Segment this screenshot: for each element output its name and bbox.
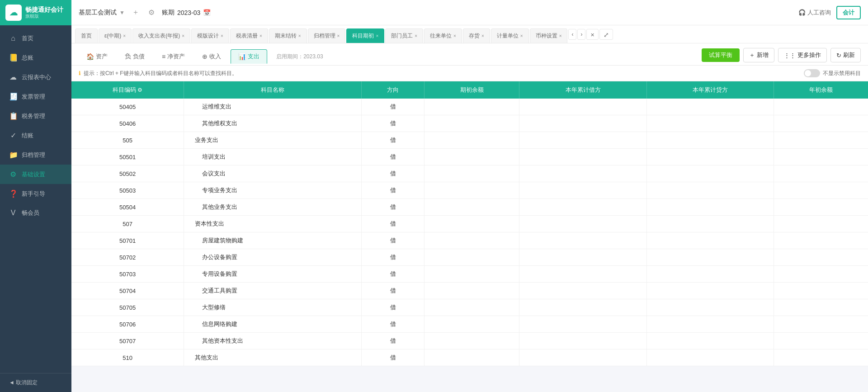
- disable-toggle[interactable]: 不显示禁用科目: [804, 69, 861, 77]
- cell-init-balance: [425, 333, 519, 349]
- cell-init-balance: [425, 149, 519, 165]
- tab-close-icon[interactable]: ×: [298, 33, 301, 38]
- tab-currency[interactable]: 币种设置 ×: [530, 28, 568, 43]
- sidebar-item-close[interactable]: ✓ 结账: [0, 126, 71, 145]
- table-row[interactable]: 50501 培训支出 借: [71, 149, 868, 165]
- table-row[interactable]: 50703 专用设备购置 借: [71, 266, 868, 283]
- tab-close-icon[interactable]: ×: [123, 33, 126, 38]
- company-settings-button[interactable]: ⚙: [146, 6, 156, 19]
- refresh-button[interactable]: ↻ 刷新: [830, 48, 861, 62]
- tab-close-icon[interactable]: ×: [259, 33, 262, 38]
- sidebar-item-guide[interactable]: ❓ 新手引导: [0, 184, 71, 203]
- cell-ytd-debit: [519, 199, 646, 216]
- sidebar-item-tax[interactable]: 📋 税务管理: [0, 106, 71, 126]
- sub-tab-net-asset[interactable]: ≡ 净资产: [154, 49, 193, 64]
- cell-ytd-credit: [646, 182, 774, 199]
- tab-close-icon[interactable]: ×: [453, 33, 456, 38]
- topbar: 基层工会测试 ▼ ＋ ⚙ 账期 2023-03 📅 🎧 人工咨询 会计: [71, 0, 868, 25]
- table-row[interactable]: 507 资本性支出 借: [71, 216, 868, 232]
- cell-ytd-debit: [519, 232, 646, 249]
- table-row[interactable]: 50504 其他业务支出 借: [71, 199, 868, 216]
- more-button[interactable]: ⋮⋮ 更多操作: [778, 48, 827, 62]
- table-row[interactable]: 50705 大型修缮 借: [71, 299, 868, 316]
- sub-tab-liability[interactable]: 负 负债: [117, 49, 152, 64]
- sidebar-item-home[interactable]: ⌂ 首页: [0, 29, 71, 48]
- tab-subject-init[interactable]: 科目期初 ×: [346, 28, 384, 43]
- cell-ytd-credit: [646, 216, 774, 232]
- refresh-label: 刷新: [843, 51, 855, 59]
- cell-name: 其他支出: [184, 349, 362, 366]
- column-settings-icon[interactable]: ⚙: [137, 87, 142, 93]
- tabs-prev-button[interactable]: ‹: [568, 29, 576, 40]
- cell-ytd-debit: [519, 316, 646, 333]
- cell-code: 50504: [71, 199, 184, 216]
- table-row[interactable]: 50406 其他维权支出 借: [71, 115, 868, 132]
- sidebar-item-cloud-report[interactable]: ☁ 云报表中心: [0, 67, 71, 87]
- cell-code: 50703: [71, 266, 184, 283]
- help-button[interactable]: 🎧 人工咨询: [798, 9, 831, 17]
- sidebar-item-label: 税务管理: [22, 112, 45, 120]
- cell-code: 50405: [71, 99, 184, 115]
- sidebar-item-settings[interactable]: ⚙ 基础设置: [0, 165, 71, 184]
- calendar-icon[interactable]: 📅: [203, 9, 211, 16]
- tab-close-icon[interactable]: ×: [376, 33, 378, 38]
- tab-close-icon[interactable]: ×: [481, 33, 484, 38]
- add-company-button[interactable]: ＋: [130, 6, 141, 19]
- table-row[interactable]: 510 其他支出 借: [71, 349, 868, 366]
- sidebar-item-label: 首页: [22, 34, 33, 43]
- tab-interim[interactable]: ε(中期) ×: [99, 28, 132, 43]
- toggle-switch-control[interactable]: [804, 69, 820, 77]
- sub-tab-income[interactable]: ⊕ 收入: [194, 49, 229, 64]
- table-row[interactable]: 50707 其他资本性支出 借: [71, 333, 868, 349]
- add-button[interactable]: ＋ 新增: [743, 48, 774, 62]
- tab-archive[interactable]: 归档管理 ×: [308, 28, 346, 43]
- user-role-button[interactable]: 会计: [836, 6, 861, 19]
- tab-annual-report[interactable]: 收入支出表(年报) ×: [132, 28, 190, 43]
- cell-code: 50501: [71, 149, 184, 165]
- tab-tax-table[interactable]: 税表清册 ×: [230, 28, 268, 43]
- sidebar-item-member[interactable]: V 畅会员: [0, 203, 71, 222]
- table-row[interactable]: 50405 运维维支出 借: [71, 99, 868, 115]
- tab-inventory[interactable]: 存货 ×: [463, 28, 490, 43]
- tab-department[interactable]: 部门员工 ×: [385, 28, 423, 43]
- company-selector[interactable]: 基层工会测试 ▼: [79, 9, 125, 17]
- table-row[interactable]: 50503 专项业务支出 借: [71, 182, 868, 199]
- tabs-close-all-button[interactable]: ×: [586, 29, 598, 40]
- table-container[interactable]: 科目编码 ⚙ 科目名称 方向 期初余额 本年累计借方 本年累计贷方 年初余额 5…: [71, 81, 868, 392]
- table-row[interactable]: 505 业务支出 借: [71, 132, 868, 149]
- tab-close-icon[interactable]: ×: [337, 33, 340, 38]
- tab-close-icon[interactable]: ×: [559, 33, 562, 38]
- col-ytd-debit: 本年累计借方: [519, 81, 646, 99]
- cell-year-init: [774, 182, 868, 199]
- tab-close-icon[interactable]: ×: [520, 33, 523, 38]
- balance-button[interactable]: 试算平衡: [702, 48, 740, 62]
- table-row[interactable]: 50701 房屋建筑物购建 借: [71, 232, 868, 249]
- sidebar-item-ledger[interactable]: 📒 总账: [0, 48, 71, 67]
- tabs-expand-button[interactable]: ⤢: [599, 29, 613, 40]
- member-icon: V: [9, 209, 17, 217]
- sub-tab-label: 负债: [133, 52, 145, 61]
- table-row[interactable]: 50702 办公设备购置 借: [71, 249, 868, 266]
- headset-icon: 🎧: [798, 9, 806, 16]
- tab-home[interactable]: 首页: [75, 28, 98, 43]
- cell-dir: 借: [362, 182, 425, 199]
- tab-template[interactable]: 模版设计 ×: [191, 28, 229, 43]
- sidebar-item-archive[interactable]: 📁 归档管理: [0, 145, 71, 165]
- table-row[interactable]: 50502 会议支出 借: [71, 165, 868, 182]
- sidebar-logo: ☁ 畅捷通好会计 旗舰版: [0, 0, 71, 25]
- table-row[interactable]: 50704 交通工具购置 借: [71, 283, 868, 299]
- tab-close-icon[interactable]: ×: [221, 33, 223, 38]
- tab-unit[interactable]: 计量单位 ×: [491, 28, 529, 43]
- tab-close-icon[interactable]: ×: [182, 33, 184, 38]
- cell-ytd-credit: [646, 232, 774, 249]
- sub-tab-asset[interactable]: 🏠 资产: [79, 49, 115, 64]
- tab-contacts[interactable]: 往来单位 ×: [424, 28, 462, 43]
- tabs-next-button[interactable]: ›: [577, 29, 585, 40]
- sidebar-item-invoice[interactable]: 🧾 发票管理: [0, 87, 71, 106]
- cell-name: 资本性支出: [184, 216, 362, 232]
- sub-tab-expense[interactable]: 📊 支出: [231, 49, 267, 64]
- sidebar-pin-toggle[interactable]: ◄ 取消固定: [0, 373, 71, 392]
- table-row[interactable]: 50706 信息网络购建 借: [71, 316, 868, 333]
- tab-period-end[interactable]: 期末结转 ×: [269, 28, 307, 43]
- tab-close-icon[interactable]: ×: [415, 33, 417, 38]
